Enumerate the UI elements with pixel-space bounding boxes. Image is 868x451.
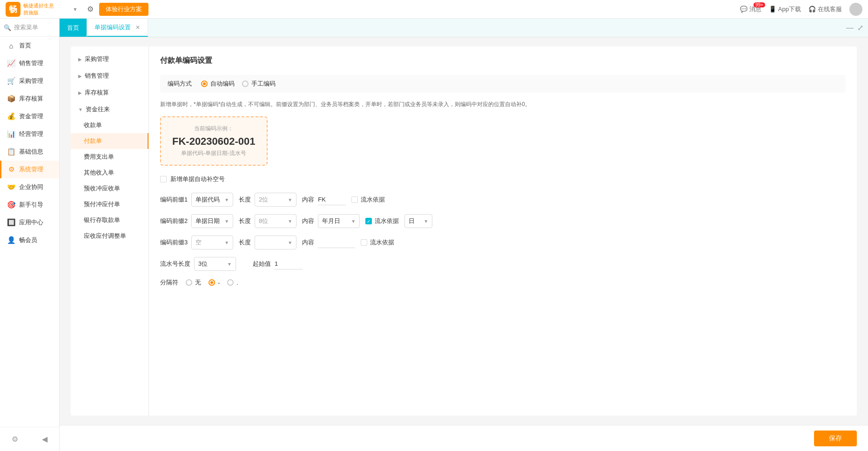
prefix3-length-select[interactable]: ▼	[255, 236, 296, 249]
start-value-field: 起始值 1	[253, 258, 303, 269]
sidebar-item-operations[interactable]: 📊 经营管理	[0, 125, 59, 143]
sep-dash-radio[interactable]: -	[209, 279, 220, 286]
sec-nav-item-expense[interactable]: 费用支出单	[71, 149, 148, 165]
online-service-btn[interactable]: 🎧 在线客服	[808, 5, 842, 13]
prefix1-stream-checkbox[interactable]	[351, 196, 358, 203]
tab-close-icon[interactable]: ✕	[135, 24, 140, 31]
sidebar-item-sales[interactable]: 📈 销售管理	[0, 54, 59, 72]
start-value-input[interactable]: 1	[275, 258, 303, 269]
manual-encode-radio[interactable]: 手工编码	[242, 80, 276, 88]
sec-nav-item-bank-deposit[interactable]: 银行存取款单	[71, 212, 148, 228]
code-preview-value: FK-20230602-001	[172, 135, 256, 148]
prefix1-select[interactable]: 单据代码 ▼	[191, 193, 233, 207]
prefix3-content-input[interactable]	[318, 237, 355, 248]
prefix2-length-arrow-icon: ▼	[288, 219, 292, 224]
tab-expand-icon[interactable]: ⤢	[857, 23, 863, 32]
app-download-btn[interactable]: 📱 App下载	[769, 5, 801, 13]
prefix2-select[interactable]: 单据日期 ▼	[191, 214, 233, 228]
sidebar-item-home[interactable]: ⌂ 首页	[0, 37, 59, 54]
sidebar-item-inventory[interactable]: 📦 库存核算	[0, 90, 59, 108]
sidebar-item-system[interactable]: ⚙ 系统管理	[0, 161, 59, 178]
tab-serial-settings[interactable]: 单据编码设置 ✕	[87, 19, 148, 37]
prefix2-content-label: 内容	[302, 217, 314, 225]
serial-length-field: 流水号长度 3位 ▼	[160, 257, 236, 271]
service-label: 在线客服	[818, 5, 842, 13]
avatar[interactable]	[849, 3, 862, 16]
sec-nav-header-inventory[interactable]: ▶ 库存核算	[71, 85, 148, 101]
prefix-row-1: 编码前缀1 单据代码 ▼ 长度 2位 ▼	[160, 193, 846, 207]
chevron-down-icon: ▼	[78, 107, 83, 112]
sidebar-item-purchase[interactable]: 🛒 采购管理	[0, 72, 59, 90]
prefix1-stream-field: 流水依据	[351, 195, 385, 204]
settings-icon[interactable]: ⚙	[85, 5, 95, 13]
prefix1-content-input[interactable]	[318, 194, 346, 205]
sidebar-item-basic[interactable]: 📋 基础信息	[0, 143, 59, 161]
prefix2-period-select[interactable]: 日 ▼	[404, 214, 432, 228]
sec-nav-item-advance-payable[interactable]: 预付冲应付单	[71, 196, 148, 212]
save-button[interactable]: 保存	[814, 431, 857, 446]
prefix2-content-field: 内容 年月日 ▼	[302, 214, 360, 228]
prefix1-label: 编码前缀1	[160, 195, 188, 204]
sidebar-item-enterprise[interactable]: 🤝 企业协同	[0, 178, 59, 196]
auto-fill-checkbox[interactable]	[160, 176, 167, 182]
sec-nav-header-sales[interactable]: ▶ 销售管理	[71, 68, 148, 84]
top-bar-right: 💬 消息 99+ 📱 App下载 🎧 在线客服	[740, 3, 862, 16]
prefix2-length-select[interactable]: 8位 ▼	[255, 214, 296, 228]
prefix1-stream-label: 流水依据	[361, 195, 385, 204]
home-icon: ⌂	[7, 42, 15, 50]
logo-text: 畅捷通好生意 措施版	[23, 2, 54, 16]
prefix1-content-field: 内容	[302, 194, 346, 205]
prefix-row-3: 编码前缀3 空 ▼ 长度 ▼	[160, 236, 846, 249]
top-bar-center: ▼ ⚙ 体验行业方案	[69, 3, 736, 16]
inventory-icon: 📦	[7, 94, 15, 103]
prefix1-field: 编码前缀1 单据代码 ▼	[160, 193, 233, 207]
auto-encode-radio[interactable]: 自动编码	[201, 80, 235, 88]
sep-dot-radio[interactable]: .	[227, 279, 238, 286]
search-menu-btn[interactable]: 🔍 搜索菜单	[0, 19, 59, 37]
chevron-right-icon-2: ▶	[78, 74, 82, 79]
tab-home[interactable]: 首页	[60, 19, 87, 37]
tab-minimize-icon[interactable]: —	[846, 24, 854, 32]
sidebar-item-apps[interactable]: 🔲 应用中心	[0, 214, 59, 231]
logo-icon: 畅	[6, 2, 20, 17]
guide-icon: 🎯	[7, 201, 15, 209]
sidebar-item-finance[interactable]: 💰 资金管理	[0, 108, 59, 125]
serial-length-select[interactable]: 3位 ▼	[194, 257, 236, 271]
prefix3-select[interactable]: 空 ▼	[191, 236, 233, 249]
prefix3-field: 编码前缀3 空 ▼	[160, 236, 233, 249]
encoding-radio-group: 自动编码 手工编码	[201, 80, 276, 88]
sidebar-item-member[interactable]: 👤 畅会员	[0, 231, 59, 249]
serial-length-label: 流水号长度	[160, 260, 190, 268]
sec-nav-item-other-income[interactable]: 其他收入单	[71, 165, 148, 181]
sidebar-settings-btn[interactable]: ⚙	[8, 431, 22, 447]
logo: 畅 畅捷通好生意 措施版	[6, 2, 65, 17]
nav-dropdown[interactable]: ▼	[69, 7, 81, 12]
prefix3-arrow-icon: ▼	[224, 240, 229, 245]
manual-encode-radio-circle	[242, 81, 249, 87]
secondary-sidebar: ▶ 采购管理 ▶ 销售管理 ▶ 库存核算	[71, 47, 149, 416]
sec-nav-item-payment[interactable]: 付款单	[71, 133, 148, 149]
separator-label: 分隔符	[160, 278, 178, 287]
sec-nav-item-advance-receivable[interactable]: 预收冲应收单	[71, 181, 148, 196]
auto-encode-radio-circle	[201, 81, 208, 87]
sep-none-radio[interactable]: 无	[186, 278, 201, 287]
message-btn[interactable]: 💬 消息 99+	[740, 5, 761, 13]
industry-btn[interactable]: 体验行业方案	[99, 3, 148, 16]
prefix2-stream-checkbox[interactable]: ✓	[365, 218, 372, 224]
message-badge: 99+	[754, 2, 765, 7]
sidebar-collapse-btn[interactable]: ◀	[38, 431, 51, 447]
sidebar-item-guide[interactable]: 🎯 新手引导	[0, 196, 59, 214]
prefix2-content-select[interactable]: 年月日 ▼	[318, 214, 360, 228]
finance-icon: 💰	[7, 112, 15, 121]
page-content: ▶ 采购管理 ▶ 销售管理 ▶ 库存核算	[60, 37, 868, 425]
prefix1-length-select[interactable]: 2位 ▼	[255, 193, 296, 207]
sec-nav-header-capital[interactable]: ▼ 资金往来	[71, 101, 148, 117]
prefix1-arrow-icon: ▼	[224, 197, 229, 202]
prefix3-stream-checkbox[interactable]	[361, 239, 367, 246]
prefix2-period-arrow-icon: ▼	[424, 219, 428, 224]
sec-nav-header-purchase[interactable]: ▶ 采购管理	[71, 51, 148, 67]
system-icon: ⚙	[7, 165, 15, 174]
main-panel: 付款单编码设置 编码方式 自动编码 手工编码	[149, 47, 857, 416]
sec-nav-item-adjust[interactable]: 应收应付调整单	[71, 228, 148, 244]
sec-nav-item-receipt[interactable]: 收款单	[71, 117, 148, 133]
